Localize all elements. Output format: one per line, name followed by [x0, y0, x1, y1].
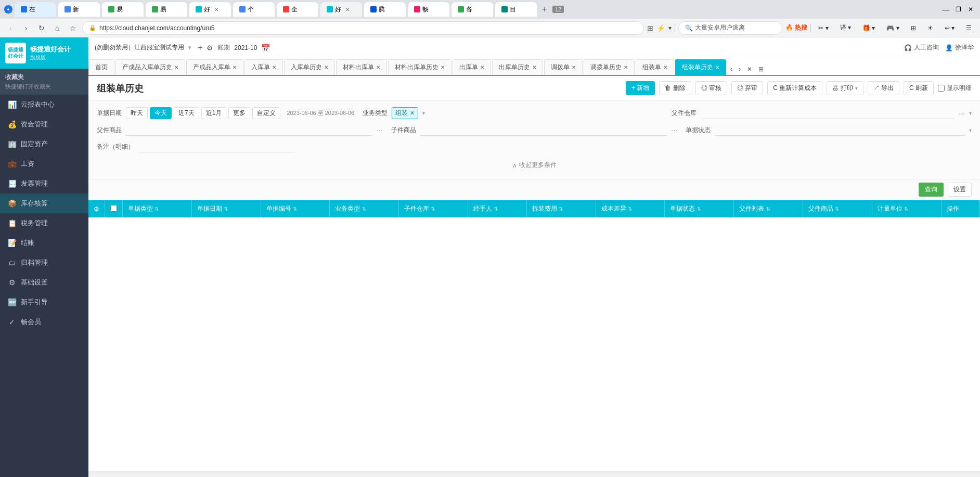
th-biz-type[interactable]: 业务类型 ⇅: [330, 200, 399, 217]
company-dropdown-arrow[interactable]: ▾: [188, 44, 191, 51]
sidebar-item-settings[interactable]: ⚙ 基础设置: [0, 273, 88, 292]
dropdown-button[interactable]: ▾: [668, 24, 672, 32]
th-order-date[interactable]: 单据日期 ⇅: [191, 200, 261, 217]
parent-warehouse-input[interactable]: [701, 108, 955, 119]
parent-warehouse-dropdown[interactable]: ▾: [969, 110, 972, 116]
audit-button[interactable]: ◎ 审核: [695, 81, 727, 95]
tab-close-assembly-hist[interactable]: ✕: [624, 65, 628, 70]
browser-tab-5[interactable]: 好 ✕: [189, 2, 231, 17]
nav-tab-prod-in-hist[interactable]: 产成品入库单历史 ✕: [115, 59, 185, 75]
collapse-button[interactable]: ∧ 收起更多条件: [97, 158, 972, 173]
sidebar-item-inventory[interactable]: 📦 库存核算: [0, 194, 88, 213]
tab-close-8[interactable]: ✕: [345, 7, 350, 12]
sidebar-item-invoice[interactable]: 🧾 发票管理: [0, 174, 88, 194]
nav-tab-assemble-hist[interactable]: 组装单历史 ✕: [675, 59, 726, 75]
nav-tab-assemble-order[interactable]: 组装单 ✕: [636, 59, 674, 75]
export-button[interactable]: ↗ 导出: [868, 81, 899, 95]
th-child-warehouse[interactable]: 子件仓库 ⇅: [399, 200, 468, 217]
grid-button[interactable]: ⊞: [907, 23, 920, 33]
sidebar-item-salary[interactable]: 💼 工资: [0, 154, 88, 174]
tab-close-prod-in-hist[interactable]: ✕: [174, 65, 178, 70]
game-button[interactable]: 🎮 ▾: [882, 23, 903, 33]
minimize-button[interactable]: —: [940, 4, 951, 15]
abandon-button[interactable]: ◎ 弃审: [731, 81, 763, 95]
tab-next-button[interactable]: ›: [736, 63, 744, 75]
sidebar-header[interactable]: 畅捷通好会计 畅捷通好会计 旗舰版: [0, 37, 88, 69]
sidebar-item-fixed-assets[interactable]: 🏢 固定资产: [0, 134, 88, 154]
tab-close-all-button[interactable]: ✕: [744, 63, 755, 75]
th-order-no[interactable]: 单据编号 ⇅: [261, 200, 330, 217]
browser-tab-3[interactable]: 易: [102, 2, 144, 17]
tab-close-5[interactable]: ✕: [214, 7, 218, 12]
parent-goods-input[interactable]: [126, 124, 372, 136]
cut-button[interactable]: ✂ ▾: [814, 23, 832, 33]
nav-tab-prod-in[interactable]: 产成品入库单 ✕: [186, 59, 243, 75]
tab-close-in-hist[interactable]: ✕: [324, 65, 328, 70]
bottom-scrollbar[interactable]: [88, 471, 980, 477]
tab-close-prod-in[interactable]: ✕: [233, 65, 237, 70]
nav-tab-out-order[interactable]: 出库单 ✕: [453, 59, 491, 75]
child-goods-more[interactable]: ···: [671, 126, 677, 134]
print-button[interactable]: 🖨 打印 ▾: [827, 81, 863, 95]
browser-search-bar[interactable]: 🔍 大量安卓用户逃离: [678, 21, 782, 35]
recalc-button[interactable]: C 重新计算成本: [767, 81, 822, 95]
home-button[interactable]: ⌂: [51, 22, 63, 34]
tab-close-assemble-order[interactable]: ✕: [663, 65, 667, 70]
maximize-button[interactable]: ❐: [953, 4, 963, 15]
sidebar-item-guide[interactable]: 🆕 新手引导: [0, 292, 88, 312]
refresh-button[interactable]: C 刷新: [904, 81, 934, 95]
date-btn-today[interactable]: 今天: [150, 107, 172, 119]
query-button[interactable]: 查询: [919, 183, 944, 197]
display-detail-checkbox[interactable]: [938, 85, 945, 92]
child-goods-input[interactable]: [420, 124, 667, 136]
browser-tab-12[interactable]: 目: [495, 2, 537, 17]
parent-goods-more[interactable]: ···: [377, 126, 383, 134]
lightning-button[interactable]: ⚡: [656, 24, 665, 32]
add-company-button[interactable]: +: [198, 43, 202, 53]
qr-code-button[interactable]: ⊞: [647, 24, 653, 32]
biz-type-dropdown[interactable]: ▾: [422, 110, 425, 116]
th-gear[interactable]: ⚙: [88, 200, 105, 217]
th-order-type[interactable]: 单据类型 ⇅: [123, 200, 192, 217]
nav-tab-home[interactable]: 首页: [88, 59, 114, 75]
reload-button[interactable]: ↻: [35, 22, 48, 34]
date-btn-yesterday[interactable]: 昨天: [126, 107, 148, 119]
translate-button[interactable]: 译 ▾: [836, 22, 855, 33]
tab-more-button[interactable]: ⊞: [755, 63, 767, 75]
order-status-dropdown[interactable]: ▾: [969, 127, 972, 133]
remarks-input[interactable]: [138, 141, 294, 152]
tab-close-assembly[interactable]: ✕: [572, 65, 576, 70]
nav-tab-assembly[interactable]: 调拨单 ✕: [544, 59, 583, 75]
tab-close-assemble-hist[interactable]: ✕: [715, 65, 719, 70]
parent-warehouse-more[interactable]: ···: [959, 109, 965, 118]
back-button[interactable]: ‹: [4, 22, 17, 34]
th-parent-list[interactable]: 父件列表 ⇅: [734, 200, 803, 217]
date-btn-custom[interactable]: 自定义: [252, 107, 280, 119]
biz-type-tag-close[interactable]: ✕: [410, 110, 415, 117]
nav-tab-mat-out[interactable]: 材料出库单 ✕: [336, 59, 387, 75]
browser-tab-10[interactable]: 畅: [408, 2, 449, 17]
sidebar-item-capital[interactable]: 💰 资金管理: [0, 114, 88, 134]
browser-tab-6[interactable]: 个: [233, 2, 275, 17]
calendar-icon[interactable]: 📅: [261, 44, 270, 52]
menu-button[interactable]: ☰: [962, 23, 976, 33]
browser-tab-8[interactable]: 好 ✕: [320, 2, 362, 17]
sidebar-item-archive[interactable]: 🗂 归档管理: [0, 253, 88, 273]
filter-settings-button[interactable]: 设置: [948, 183, 972, 197]
th-handler[interactable]: 经手人 ⇅: [468, 200, 526, 217]
th-unit[interactable]: 计量单位 ⇅: [872, 200, 941, 217]
sidebar-item-report[interactable]: 📊 云报表中心: [0, 95, 88, 114]
th-disassemble-cost[interactable]: 拆装费用 ⇅: [526, 200, 596, 217]
nav-tab-assembly-hist[interactable]: 调拨单历史 ✕: [584, 59, 635, 75]
date-btn-more[interactable]: 更多: [228, 107, 250, 119]
sidebar-item-tax[interactable]: 📋 税务管理: [0, 213, 88, 233]
print-dropdown-icon[interactable]: ▾: [855, 85, 858, 91]
th-cost-diff[interactable]: 成本差异 ⇅: [596, 200, 665, 217]
new-button[interactable]: + 新增: [626, 81, 655, 95]
browser-tab-7[interactable]: 企: [277, 2, 318, 17]
delete-button[interactable]: 🗑 删除: [659, 81, 691, 95]
undo-button[interactable]: ↩ ▾: [940, 23, 959, 33]
browser-tab-4[interactable]: 易: [146, 2, 187, 17]
new-tab-button[interactable]: +: [539, 4, 550, 15]
browser-tab-2[interactable]: 新: [58, 2, 100, 17]
